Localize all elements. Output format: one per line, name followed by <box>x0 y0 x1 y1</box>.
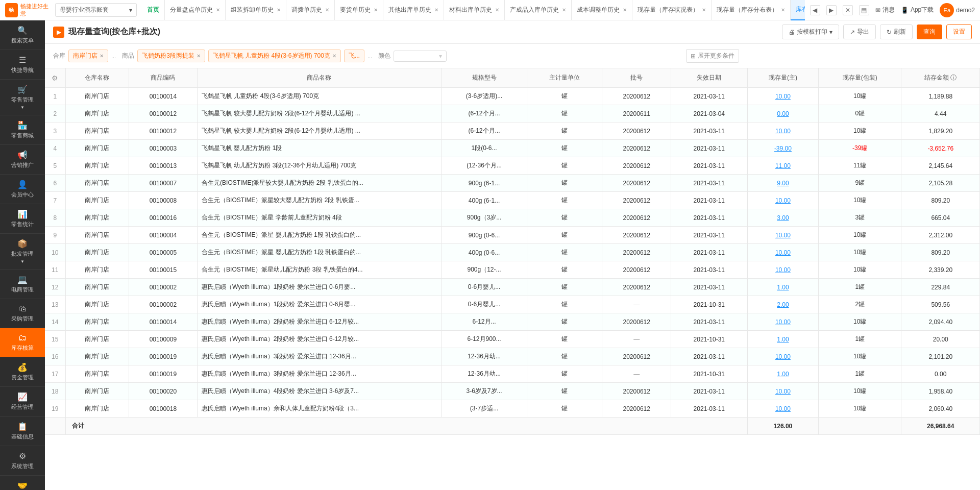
cell-stock-pkg: 10罐 <box>819 192 901 209</box>
stock-link[interactable]: 10.00 <box>775 353 791 360</box>
tab-cailichu[interactable]: 材料出库单历史 ✕ <box>444 0 505 20</box>
tab-close-icon[interactable]: ✕ <box>562 7 566 13</box>
sidebar-item-basic[interactable]: 📋 基础信息 <box>0 416 45 446</box>
stock-link[interactable]: 10.00 <box>775 318 791 326</box>
stock-link[interactable]: 11.00 <box>775 162 791 169</box>
tab-close-icon[interactable]: ✕ <box>781 7 785 13</box>
sidebar-item-marketing[interactable]: 📢 营销推广 <box>0 145 45 175</box>
cell-expiry: 2021-03-11 <box>671 383 747 400</box>
filter-tag-product3[interactable]: 飞... <box>344 50 364 62</box>
cell-amount: 2,105.28 <box>901 175 980 192</box>
tab-next-btn[interactable]: ▶ <box>826 5 837 15</box>
filter-color-input[interactable]: ▾ <box>394 51 447 62</box>
table-row: 16 南岸门店 00100019 惠氏启瞆（Wyeth illuma）3段奶粉 … <box>45 348 980 365</box>
sidebar-item-shortcut[interactable]: ☰ 快捷导航 <box>0 50 45 80</box>
cell-batch: 20200612 <box>602 279 671 296</box>
content-area: ▶ 现存量查询(按仓库+批次) 🖨 按模板打印 ▾ ↗ 导出 ↻ <box>45 20 980 490</box>
app-download-btn[interactable]: 📱 App下载 <box>901 6 934 14</box>
stock-link[interactable]: 0.00 <box>777 110 789 117</box>
sidebar-item-stats[interactable]: 📊 零售统计 <box>0 204 45 234</box>
stock-link[interactable]: 10.00 <box>775 232 791 239</box>
top-bar: 畅 畅捷进好生意 母婴行业演示账套 ▾ 首页 分量盘点单历史 ✕ 组装拆卸单历史… <box>0 0 980 20</box>
cell-expiry: 2021-10-31 <box>671 296 747 313</box>
sidebar-item-retailshop[interactable]: 🏪 零售商城 <box>0 115 45 145</box>
tab-chengben[interactable]: 成本调整单历史 ✕ <box>572 0 632 20</box>
color-input-field[interactable] <box>398 53 439 60</box>
tab-menu-btn[interactable]: ▤ <box>859 5 869 15</box>
stock-link[interactable]: 10.00 <box>775 197 791 204</box>
stock-link[interactable]: 10.00 <box>775 388 791 395</box>
sidebar-item-search[interactable]: 🔍 搜索英单 <box>0 20 45 50</box>
user-area[interactable]: Ea demo2 <box>940 3 975 17</box>
message-btn[interactable]: ✉ 消息 <box>875 6 895 14</box>
sidebar-item-operation[interactable]: 📈 经营管理 <box>0 387 45 416</box>
sidebar-item-ecommerce[interactable]: 💻 电商管理 <box>0 270 45 299</box>
stock-link[interactable]: 9.00 <box>777 180 789 187</box>
tab-qita[interactable]: 其他出库单历史 ✕ <box>383 0 444 20</box>
tab-close-icon[interactable]: ✕ <box>434 7 438 13</box>
tab-zuhe[interactable]: 组装拆卸单历史 ✕ <box>226 0 286 20</box>
sidebar-item-enterprise[interactable]: 🤝 企业协同 <box>0 476 45 490</box>
tab-close-icon[interactable]: ✕ <box>495 7 499 13</box>
filter-product-more[interactable]: ... <box>368 53 372 59</box>
tab-close-icon[interactable]: ✕ <box>702 7 706 13</box>
tab-yaohuo[interactable]: 要货单历史 ✕ <box>335 0 383 20</box>
filter-tag-product1[interactable]: 飞鹤奶粉3段两提装 ✕ <box>137 50 205 62</box>
cell-spec: (3-7步适... <box>441 400 527 418</box>
tab-xianzai1[interactable]: 现存量（库存状况表） ✕ <box>632 0 712 20</box>
sidebar-item-retail[interactable]: 🛒 零售管理 ▼ <box>0 80 45 115</box>
stock-link[interactable]: 3.00 <box>777 214 789 222</box>
stock-link[interactable]: 1.00 <box>777 336 789 343</box>
tab-close-all-btn[interactable]: ✕ <box>843 5 853 15</box>
remove-filter-icon[interactable]: ✕ <box>100 53 104 59</box>
stock-link[interactable]: 2.00 <box>777 301 789 308</box>
template-print-btn[interactable]: 🖨 按模板打印 ▾ <box>782 24 839 39</box>
sidebar-item-system[interactable]: ⚙ 系统管理 <box>0 446 45 476</box>
refresh-btn[interactable]: ↻ 刷新 <box>880 24 913 39</box>
wholesale-icon: 📦 <box>17 239 28 249</box>
sidebar-item-wholesale[interactable]: 📦 批发管理 ▼ <box>0 234 45 270</box>
tab-xianzai2[interactable]: 现存量（库存分布表） ✕ <box>712 0 791 20</box>
cell-stock-pkg: 10罐 <box>819 348 901 365</box>
stock-link[interactable]: 10.00 <box>775 266 791 274</box>
settings-icon[interactable]: ⚙ <box>52 74 58 82</box>
tab-fenban[interactable]: 分量盘点单历史 ✕ <box>165 0 226 20</box>
industry-dropdown[interactable]: 母婴行业演示账套 ▾ <box>55 3 137 17</box>
stock-link[interactable]: 10.00 <box>775 249 791 256</box>
tab-close-icon[interactable]: ✕ <box>623 7 627 13</box>
sidebar-item-finance[interactable]: 💰 资金管理 <box>0 357 45 387</box>
tab-close-icon[interactable]: ✕ <box>325 7 329 13</box>
stock-link[interactable]: 1.00 <box>777 371 789 378</box>
stock-link[interactable]: 1.00 <box>777 284 789 291</box>
settings-btn[interactable]: 设置 <box>946 24 972 39</box>
tab-close-icon[interactable]: ✕ <box>216 7 220 13</box>
stock-link[interactable]: 10.00 <box>775 93 791 100</box>
sidebar-item-member[interactable]: 👤 会员中心 <box>0 175 45 204</box>
filter-tag-warehouse[interactable]: 南岸门店 ✕ <box>68 50 108 62</box>
remove-filter-icon[interactable]: ✕ <box>332 53 336 59</box>
tab-pizhepici[interactable]: 库存批次账 ✕ <box>791 0 805 20</box>
tab-close-icon[interactable]: ✕ <box>277 7 281 13</box>
chevron-down-icon: ▾ <box>829 29 832 36</box>
expand-conditions-btn[interactable]: ⊞ 展开更多条件 <box>686 49 739 63</box>
sidebar-item-inventory[interactable]: 🗂 库存核算 <box>0 328 45 357</box>
stock-link[interactable]: 10.00 <box>775 128 791 135</box>
export-btn[interactable]: ↗ 导出 <box>843 24 876 39</box>
filter-tag-product2[interactable]: 飞鹤星飞帆 儿童奶粉 4段(3-6岁适用) 700克 ✕ <box>208 50 341 62</box>
cell-expiry: 2021-03-11 <box>671 122 747 140</box>
sidebar-toggle-btn[interactable]: ▶ <box>53 27 64 38</box>
retail-icon: 🛒 <box>17 85 28 94</box>
stock-link[interactable]: -39.00 <box>774 145 792 152</box>
tab-diaob[interactable]: 调拨单历史 ✕ <box>286 0 335 20</box>
tab-home[interactable]: 首页 <box>142 0 165 20</box>
stock-link[interactable]: 10.00 <box>775 405 791 412</box>
cell-stock-main: 1.00 <box>747 331 818 348</box>
cell-code: 00100005 <box>129 244 197 261</box>
tab-prev-btn[interactable]: ◀ <box>810 5 820 15</box>
tab-close-icon[interactable]: ✕ <box>374 7 378 13</box>
tab-chanpinru[interactable]: 产成品入库单历史 ✕ <box>505 0 572 20</box>
filter-more-icon[interactable]: ... <box>111 53 116 59</box>
remove-filter-icon[interactable]: ✕ <box>197 53 201 59</box>
query-btn[interactable]: 查询 <box>917 24 942 39</box>
sidebar-item-purchase[interactable]: 🛍 采购管理 <box>0 299 45 328</box>
